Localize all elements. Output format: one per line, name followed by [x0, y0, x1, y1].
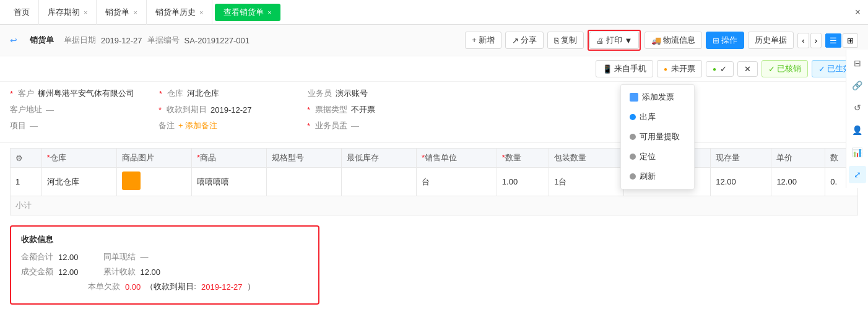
- warehouse-required: *: [159, 89, 162, 98]
- locate-item[interactable]: 定位: [621, 147, 694, 167]
- tab-home[interactable]: 首页: [5, 0, 39, 25]
- staff-field: 业务员 演示账号: [308, 88, 432, 99]
- print-dropdown-arrow: ▼: [624, 36, 632, 45]
- staff-value: 演示账号: [336, 88, 368, 99]
- number-value: SA-20191227-001: [184, 36, 250, 45]
- operation-button[interactable]: ⊞ 操作: [706, 32, 744, 49]
- date-label: 单据日期: [64, 35, 96, 46]
- next-button[interactable]: ›: [810, 33, 822, 48]
- row-no: 1: [11, 168, 42, 196]
- tab-sales[interactable]: 销货单 ×: [97, 0, 146, 25]
- row-pack-qty: 1台: [549, 168, 624, 196]
- print-button[interactable]: 🖨 打印 ▼: [589, 32, 639, 49]
- table-header-row: ⚙ *仓库 商品图片 *商品 规格型号 最低库存 *销售单位 *数量 包装数量 …: [11, 149, 858, 168]
- transaction-field: 成交金额 12.00: [21, 266, 79, 277]
- prev-button[interactable]: ‹: [797, 33, 809, 48]
- due-note: （收款到期日:: [145, 281, 196, 292]
- tab-view-sales-close[interactable]: ×: [267, 9, 271, 16]
- col-price: 单价: [771, 149, 825, 168]
- operation-dropdown: 添加发票 出库 可用量提取 定位 刷新: [620, 84, 695, 189]
- col-min-stock: 最低库存: [341, 149, 416, 168]
- confirm-button[interactable]: ✓: [706, 61, 734, 77]
- view-list-button[interactable]: ☰: [825, 33, 841, 48]
- status-sold-badge: ✓ 已核销: [762, 60, 808, 77]
- cancel-button[interactable]: ✕: [737, 61, 758, 77]
- refresh-item[interactable]: 刷新: [621, 167, 694, 186]
- tab-inventory[interactable]: 库存期初 ×: [39, 0, 97, 25]
- add-note-button[interactable]: + 添加备注: [178, 120, 217, 131]
- outbound-item[interactable]: 出库: [621, 107, 694, 127]
- cumulative-value: 12.00: [141, 267, 161, 277]
- project-label: 项目: [10, 120, 26, 131]
- subtotal-label: 小计: [11, 196, 858, 215]
- col-product: *商品: [191, 149, 266, 168]
- view-grid-button[interactable]: ⊞: [843, 33, 858, 48]
- table-section: ⚙ *仓库 商品图片 *商品 规格型号 最低库存 *销售单位 *数量 包装数量 …: [0, 148, 868, 220]
- share-button[interactable]: ↗ 分享: [505, 32, 544, 49]
- ticket-type-field: * 票据类型 不开票: [307, 104, 431, 115]
- due-date-field: * 收款到期日 2019-12-27: [158, 104, 282, 115]
- sidebar-icon-2[interactable]: 🔗: [849, 77, 866, 94]
- salesperson-field: * 业务员盂 —: [307, 120, 431, 131]
- not-open-button[interactable]: 未开票: [657, 60, 702, 77]
- sidebar-icon-5[interactable]: 📊: [849, 144, 866, 161]
- copy-button[interactable]: ⎘ 复制: [547, 32, 584, 49]
- due-value: 0.00: [125, 282, 141, 292]
- warehouse-label: 仓库: [167, 88, 183, 99]
- window-close-button[interactable]: ×: [855, 7, 861, 18]
- cumulative-label: 累计收款: [103, 266, 136, 277]
- customer-value: 柳州粤港平安气体有限公司: [38, 88, 134, 99]
- copy-icon: ⎘: [554, 36, 559, 45]
- add-invoice-item[interactable]: 添加发票: [621, 87, 694, 107]
- due-date-required: *: [158, 105, 162, 115]
- sidebar-icon-1[interactable]: ⊟: [849, 54, 866, 72]
- tab-sales-close[interactable]: ×: [133, 9, 137, 16]
- share-icon: ↗: [512, 36, 519, 45]
- tab-inventory-close[interactable]: ×: [84, 9, 87, 16]
- available-qty-item[interactable]: 可用量提取: [621, 127, 694, 147]
- print-icon: 🖨: [596, 36, 604, 45]
- row-warehouse: 河北仓库: [41, 168, 116, 196]
- sidebar-expand-icon[interactable]: ⤢: [849, 166, 866, 183]
- action-row: 📱 来自手机 未开票 ✓ ✕ ✓ 已核销 ✓ 已生效: [0, 56, 868, 82]
- product-image: [122, 172, 141, 190]
- plus-icon: +: [178, 121, 183, 130]
- new-button[interactable]: + 新增: [465, 32, 501, 49]
- col-quantity: *数量: [497, 149, 549, 168]
- invoice-icon: [630, 93, 638, 102]
- locate-icon: [630, 154, 636, 160]
- col-unit: *销售单位: [416, 149, 497, 168]
- date-value: 2019-12-27: [101, 36, 142, 45]
- check-icon2: ✓: [818, 64, 825, 74]
- col-current: 现存量: [711, 149, 771, 168]
- row-min-stock: [341, 168, 416, 196]
- due-field: 本单欠款 0.00 （收款到期日: 2019-12-27 ）: [88, 281, 255, 292]
- sidebar-icon-4[interactable]: 👤: [849, 121, 866, 139]
- project-value: —: [30, 121, 38, 131]
- same-order-value: —: [141, 253, 149, 262]
- tab-sales-history-close[interactable]: ×: [199, 9, 203, 16]
- same-order-label: 同单现结: [103, 251, 136, 263]
- available-qty-icon: [630, 134, 636, 140]
- due-date-label: 收款到期日: [167, 104, 207, 115]
- due-note-end: ）: [247, 281, 255, 292]
- form-row-2: 客户地址 — * 收款到期日 2019-12-27 * 票据类型 不开票: [10, 104, 858, 115]
- sidebar-icon-3[interactable]: ↺: [849, 99, 866, 116]
- address-field: 客户地址 —: [10, 104, 134, 115]
- row-unit: 台: [416, 168, 497, 196]
- row-spec: [266, 168, 341, 196]
- data-table: ⚙ *仓库 商品图片 *商品 规格型号 最低库存 *销售单位 *数量 包装数量 …: [10, 148, 858, 215]
- main-content: ↩ 销货单 单据日期 2019-12-27 单据编号 SA-20191227-0…: [0, 25, 868, 330]
- tab-view-sales[interactable]: 查看销货单 ×: [215, 4, 280, 21]
- row-price: 12.00: [771, 168, 825, 196]
- logistics-button[interactable]: 🚚 物流信息: [644, 32, 702, 49]
- col-spec: 规格型号: [266, 149, 341, 168]
- from-phone-button[interactable]: 📱 来自手机: [596, 60, 653, 77]
- check-icon: ✓: [768, 64, 775, 74]
- tab-sales-history[interactable]: 销货单历史 ×: [147, 0, 212, 25]
- payment-title: 收款信息: [21, 234, 308, 245]
- history-button[interactable]: 历史单据: [748, 32, 794, 49]
- customer-field: * 客户 柳州粤港平安气体有限公司: [10, 88, 134, 99]
- col-image: 商品图片: [116, 149, 191, 168]
- cumulative-field: 累计收款 12.00: [103, 266, 161, 277]
